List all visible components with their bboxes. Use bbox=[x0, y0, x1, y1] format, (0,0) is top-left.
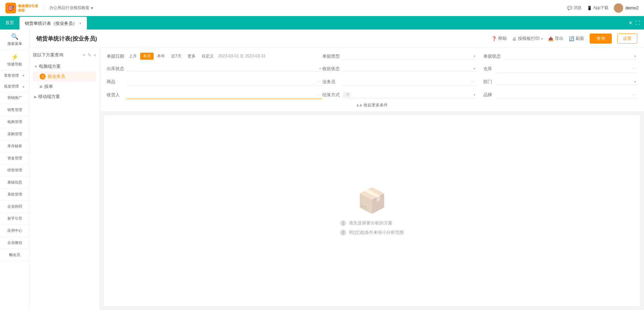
settlement-tag-close[interactable]: × bbox=[346, 92, 349, 97]
brand-select[interactable]: ··· bbox=[496, 91, 637, 99]
sidebar-item-collab[interactable]: 企业协同 bbox=[0, 201, 29, 213]
export-label: 导出 bbox=[555, 36, 564, 42]
sidebar-item-newbie[interactable]: 新手引导 bbox=[0, 213, 29, 225]
empty-hint-2: 2 用[过滤]条件来缩小分析范围 bbox=[340, 229, 404, 236]
department-chevron-icon: ▾ bbox=[634, 80, 636, 84]
tree-item-salesperson[interactable]: 员 按业务员 bbox=[33, 71, 96, 82]
date-this-month-btn[interactable]: 本月 bbox=[140, 53, 154, 60]
doctype-select[interactable]: ▾ bbox=[342, 53, 476, 59]
order-icon: ≡ bbox=[40, 84, 42, 89]
filter-section: 单据日期 上月 本月 本年 近7天 更多 自定义 2023-03-01 至 20… bbox=[100, 48, 644, 111]
wholesale-expand-icon: ▲ bbox=[22, 85, 25, 88]
outstatus-select[interactable]: ▾ bbox=[126, 66, 322, 72]
quicknav-icon: ⚡ bbox=[11, 53, 18, 61]
sidebar-label-inventory: 库存核算 bbox=[7, 144, 22, 149]
sidebar-item-sales[interactable]: 销售管理 bbox=[0, 104, 29, 116]
sidebar-item-search[interactable]: 🔍 搜索菜单 bbox=[0, 30, 29, 50]
export-action[interactable]: 📤 导出 bbox=[548, 36, 564, 42]
help-icon: ❓ bbox=[491, 36, 497, 41]
tab-report[interactable]: 销货单统计表（按业务员） × bbox=[19, 17, 87, 30]
date-more-btn[interactable]: 更多 bbox=[185, 53, 198, 60]
collapse-btn[interactable]: ∧∧ 收起更多条件 bbox=[356, 102, 388, 108]
help-label: 帮助 bbox=[498, 36, 507, 42]
salesperson-select[interactable]: ··· bbox=[342, 78, 476, 86]
docstatus-select[interactable]: ▾ bbox=[503, 53, 637, 59]
sidebar-item-ecom[interactable]: 电商管理 bbox=[0, 116, 29, 128]
app-download-action[interactable]: 📱 App下载 bbox=[587, 5, 608, 11]
tree-group-pc[interactable]: ▼ 电脑端方案 bbox=[33, 61, 96, 71]
product-label: 商品 bbox=[107, 79, 124, 85]
printer-icon: 🖨 bbox=[512, 36, 517, 41]
date-this-year-btn[interactable]: 本年 bbox=[154, 53, 168, 60]
paystatus-select[interactable]: ▾ bbox=[342, 66, 476, 72]
query-button[interactable]: 查询 bbox=[590, 34, 612, 44]
page-actions: ❓ 帮助 🖨 按模板打印 ▾ 📤 导出 🔄 刷新 查询 设置 bbox=[491, 34, 637, 44]
tab-home[interactable]: 首页 bbox=[0, 16, 19, 30]
sidebar-item-marketing[interactable]: 营销推广 bbox=[0, 92, 29, 104]
date-custom-btn[interactable]: 自定义 bbox=[199, 53, 216, 60]
sidebar-item-retail[interactable]: 零售管理 ▼ bbox=[0, 70, 29, 81]
add-scheme-btn[interactable]: + bbox=[83, 52, 86, 58]
hint-num-1: 1 bbox=[340, 220, 346, 226]
message-action[interactable]: 💬 消息 bbox=[567, 5, 582, 11]
user-area[interactable]: demo2 bbox=[614, 3, 639, 13]
sidebar-item-member[interactable]: 畅会员 bbox=[0, 249, 29, 261]
sidebar-item-system[interactable]: 系统管理 bbox=[0, 189, 29, 201]
warehouse-select[interactable]: ··· bbox=[496, 64, 637, 73]
sidebar-item-base[interactable]: 基础信息 bbox=[0, 176, 29, 189]
warehouse-dots: ··· bbox=[632, 65, 636, 71]
product-dots: ··· bbox=[317, 79, 321, 85]
filter-docstatus-group: 单据状态 ▾ bbox=[483, 53, 637, 59]
sidebar-item-quicknav[interactable]: ⚡ 快捷导航 bbox=[0, 50, 29, 70]
sidebar-label-wechat: 企业微信 bbox=[7, 240, 22, 245]
main-layout: 🔍 搜索菜单 ⚡ 快捷导航 零售管理 ▼ 批发管理 ▲ 营销推广 销售管理 电商… bbox=[0, 30, 644, 310]
date-7days-btn[interactable]: 近7天 bbox=[168, 53, 184, 60]
tab-close-icon[interactable]: × bbox=[79, 21, 82, 26]
filter-brand-group: 品牌 ··· bbox=[483, 91, 637, 99]
help-action[interactable]: ❓ 帮助 bbox=[491, 36, 507, 42]
sidebar-item-wechat[interactable]: 企业微信 bbox=[0, 237, 29, 249]
sidebar-item-apps[interactable]: 应用中心 bbox=[0, 225, 29, 237]
sidebar-label-ecom: 电商管理 bbox=[7, 119, 22, 124]
refresh-action[interactable]: 🔄 刷新 bbox=[569, 36, 584, 42]
department-select[interactable]: ▾ bbox=[496, 79, 637, 85]
tree-item-order[interactable]: ≡ 按单 bbox=[33, 82, 96, 92]
collapse-panel-btn[interactable]: « bbox=[94, 52, 96, 58]
sidebar-label-sales: 销售管理 bbox=[7, 107, 22, 112]
sidebar-item-inventory[interactable]: 库存核算 bbox=[0, 140, 29, 152]
tab-close-all-btn[interactable]: ✕ bbox=[629, 20, 633, 25]
sidebar-label-quicknav: 快捷导航 bbox=[7, 62, 22, 67]
tab-expand-btn[interactable]: ⛶ bbox=[635, 20, 640, 25]
sidebar-item-ops[interactable]: 经营管理 bbox=[0, 164, 29, 176]
brand-dots: ··· bbox=[632, 92, 636, 98]
empty-hints: 1 请先选择要分析的方案 2 用[过滤]条件来缩小分析范围 bbox=[340, 220, 404, 236]
date-last-month-btn[interactable]: 上月 bbox=[126, 53, 140, 60]
edit-scheme-btn[interactable]: ✎ bbox=[88, 52, 92, 58]
sidebar-item-wholesale[interactable]: 批发管理 ▲ bbox=[0, 81, 29, 92]
sidebar-item-purchase[interactable]: 采购管理 bbox=[0, 128, 29, 140]
tree-group-mobile[interactable]: ▶ 移动端方案 bbox=[33, 92, 96, 102]
logo-area: 🎯 畅捷通好生意 标版 bbox=[5, 3, 38, 13]
sidebar-item-finance[interactable]: 资金管理 bbox=[0, 152, 29, 164]
logo-text: 畅捷通好生意 标版 bbox=[18, 4, 38, 12]
outstatus-label: 出库状态 bbox=[107, 66, 124, 72]
receiver-input[interactable]: ··· bbox=[126, 91, 322, 99]
header-divider bbox=[44, 5, 44, 11]
receiver-label: 收货人 bbox=[107, 92, 124, 98]
receiver-text-input[interactable] bbox=[127, 92, 317, 97]
settlement-select[interactable]: × ▾ bbox=[342, 91, 476, 99]
hint-num-2: 2 bbox=[340, 229, 346, 236]
company-selector[interactable]: 办公用品行业模拟账套 ▾ bbox=[49, 5, 93, 11]
filter-paystatus-group: 收款状态 ▾ bbox=[322, 66, 476, 72]
tab-bar-right: ✕ ⛶ bbox=[629, 20, 644, 25]
doctype-chevron-icon: ▾ bbox=[474, 54, 475, 58]
sidebar: 🔍 搜索菜单 ⚡ 快捷导航 零售管理 ▼ 批发管理 ▲ 营销推广 销售管理 电商… bbox=[0, 30, 30, 310]
filter-date-group: 单据日期 上月 本月 本年 近7天 更多 自定义 2023-03-01 至 20… bbox=[107, 53, 322, 60]
left-panel-header: 按以下方案查询 + ✎ « bbox=[33, 52, 96, 58]
print-action[interactable]: 🖨 按模板打印 ▾ bbox=[512, 36, 543, 42]
collapse-up-icon: ∧∧ bbox=[356, 103, 362, 108]
docstatus-label: 单据状态 bbox=[483, 53, 501, 59]
page-title: 销货单统计表(按业务员) bbox=[36, 35, 97, 43]
product-select[interactable]: ··· bbox=[126, 78, 322, 86]
settings-button[interactable]: 设置 bbox=[617, 34, 637, 44]
